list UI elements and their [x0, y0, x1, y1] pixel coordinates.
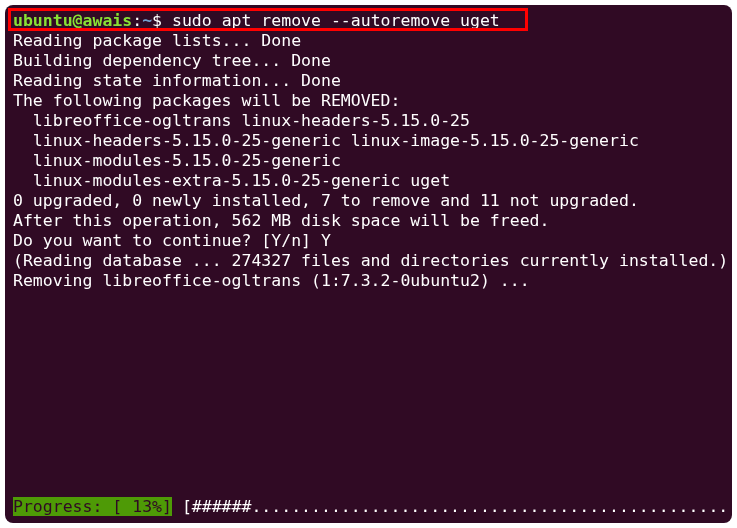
output-line: linux-modules-5.15.0-25-generic [13, 151, 724, 171]
terminal-window[interactable]: ubuntu@awais:~$ sudo apt remove --autore… [5, 5, 732, 523]
prompt-dollar: $ [152, 11, 172, 30]
output-line: Building dependency tree... Done [13, 51, 724, 71]
output-line: (Reading database ... 274327 files and d… [13, 251, 724, 271]
output-line: 0 upgraded, 0 newly installed, 7 to remo… [13, 191, 724, 211]
output-line: libreoffice-ogltrans linux-headers-5.15.… [13, 111, 724, 131]
prompt-colon: : [132, 11, 142, 30]
command-text: sudo apt remove --autoremove uget [172, 11, 500, 30]
output-line: The following packages will be REMOVED: [13, 91, 724, 111]
progress-label: Progress: [13, 497, 112, 516]
output-line: Do you want to continue? [Y/n] Y [13, 231, 724, 251]
output-line: After this operation, 562 MB disk space … [13, 211, 724, 231]
progress-percent: [ 13%] [112, 497, 172, 516]
prompt-path: ~ [142, 11, 152, 30]
progress-line: Progress: [ 13%] [######................… [13, 497, 724, 517]
progress-bar: [######.................................… [172, 497, 732, 516]
output-line: Reading package lists... Done [13, 31, 724, 51]
output-line: Removing libreoffice-ogltrans (1:7.3.2-0… [13, 271, 724, 291]
output-line: linux-headers-5.15.0-25-generic linux-im… [13, 131, 724, 151]
prompt-user: ubuntu [13, 11, 73, 30]
prompt-line: ubuntu@awais:~$ sudo apt remove --autore… [13, 11, 500, 31]
prompt-at: @ [73, 11, 83, 30]
prompt-host: awais [83, 11, 133, 30]
output-line: Reading state information... Done [13, 71, 724, 91]
output-line: linux-modules-extra-5.15.0-25-generic ug… [13, 171, 724, 191]
